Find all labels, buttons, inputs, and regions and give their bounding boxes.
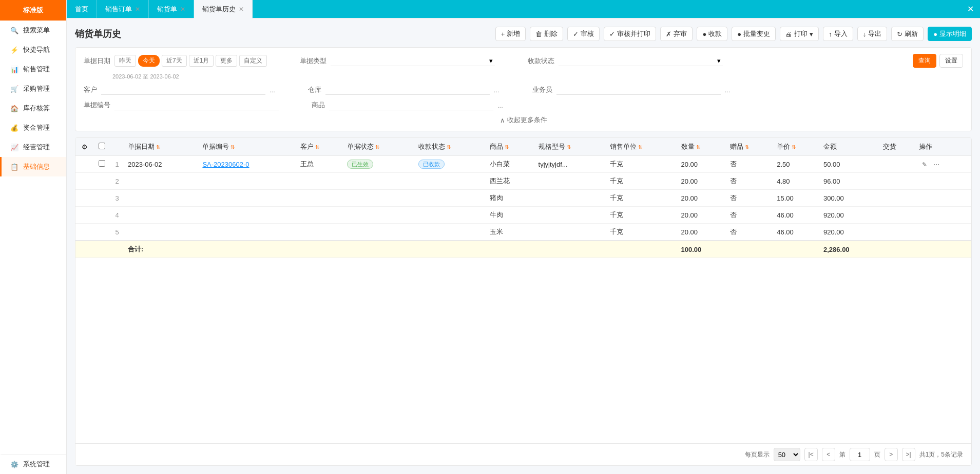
sidebar-item-purchase-mgmt[interactable]: 🛒 采购管理 bbox=[0, 79, 66, 98]
tab-bar-close[interactable]: ✕ bbox=[961, 4, 980, 14]
doc-type-dropdown[interactable]: ▾ bbox=[331, 56, 495, 66]
details-icon: ● bbox=[933, 30, 937, 38]
delete-icon: 🗑 bbox=[535, 30, 542, 38]
th-qty[interactable]: 数量 ⇅ bbox=[678, 138, 727, 156]
collect-button[interactable]: ● 收款 bbox=[697, 27, 727, 41]
tab-close-sales-goods[interactable]: ✕ bbox=[180, 6, 185, 13]
sidebar-item-inventory[interactable]: 🏠 库存核算 bbox=[0, 98, 66, 118]
summary-total-qty: 100.00 bbox=[678, 241, 727, 258]
date-btn-today[interactable]: 今天 bbox=[138, 55, 160, 67]
th-price[interactable]: 单价 ⇅ bbox=[774, 138, 820, 156]
row-trade bbox=[880, 173, 916, 190]
row-pay-status bbox=[415, 207, 487, 224]
sort-pay-icon: ⇅ bbox=[447, 144, 451, 150]
row-trade bbox=[880, 224, 916, 241]
tab-sales-goods[interactable]: 销货单 ✕ bbox=[149, 0, 194, 18]
export-button[interactable]: ↓ 导出 bbox=[857, 27, 888, 41]
th-doc-no[interactable]: 单据编号 ⇅ bbox=[199, 138, 297, 156]
row-goods: 西兰花 bbox=[487, 173, 535, 190]
goods-dots[interactable]: ... bbox=[497, 102, 503, 109]
row-doc-status bbox=[344, 190, 415, 207]
customer-input[interactable] bbox=[101, 85, 265, 95]
page-word-label: 第 bbox=[839, 450, 846, 459]
sidebar-item-operations[interactable]: 📈 经营管理 bbox=[0, 137, 66, 157]
date-btn-custom[interactable]: 自定义 bbox=[239, 55, 267, 67]
page-first-btn[interactable]: |< bbox=[804, 448, 818, 461]
row-checkbox[interactable] bbox=[94, 190, 109, 207]
filter-doc-no: 单据编号 bbox=[84, 100, 279, 110]
collapse-up-icon: ∧ bbox=[500, 116, 505, 124]
abandon-button[interactable]: ✗ 弃审 bbox=[660, 27, 693, 41]
page-label: 页 bbox=[874, 450, 880, 459]
query-button[interactable]: 查询 bbox=[913, 54, 936, 68]
page-prev-btn[interactable]: < bbox=[822, 448, 835, 461]
plus-icon: + bbox=[501, 30, 505, 38]
add-button[interactable]: + 新增 bbox=[495, 27, 526, 41]
th-pay-status[interactable]: 收款状态 ⇅ bbox=[415, 138, 487, 156]
date-btn-7days[interactable]: 近7天 bbox=[162, 55, 187, 67]
sidebar-item-system[interactable]: ⚙️ 系统管理 bbox=[0, 454, 66, 474]
page-last-btn[interactable]: >| bbox=[902, 448, 915, 461]
th-spec[interactable]: 规格型号 ⇅ bbox=[535, 138, 607, 156]
th-checkbox bbox=[94, 138, 109, 156]
page-number-input[interactable] bbox=[850, 448, 870, 461]
th-unit[interactable]: 销售单位 ⇅ bbox=[607, 138, 678, 156]
sidebar-item-quick-nav[interactable]: ⚡ 快捷导航 bbox=[0, 40, 66, 60]
date-btn-more[interactable]: 更多 bbox=[216, 55, 237, 67]
row-actions bbox=[916, 190, 971, 207]
date-btn-1month[interactable]: 近1月 bbox=[189, 55, 214, 67]
row-gift: 否 bbox=[727, 207, 774, 224]
review-button[interactable]: ✓ 审核 bbox=[567, 27, 600, 41]
delete-button[interactable]: 🗑 删除 bbox=[530, 27, 563, 41]
sidebar-item-search[interactable]: 🔍 搜索菜单 bbox=[0, 21, 66, 40]
collapse-btn[interactable]: ∧ 收起更多条件 bbox=[84, 115, 963, 125]
pay-status-dropdown[interactable]: ▾ bbox=[559, 56, 723, 66]
sidebar-item-sales-mgmt[interactable]: 📊 销售管理 bbox=[0, 60, 66, 79]
row-checkbox[interactable] bbox=[94, 207, 109, 224]
th-doc-status[interactable]: 单据状态 ⇅ bbox=[344, 138, 415, 156]
staff-input[interactable] bbox=[556, 85, 721, 95]
th-customer[interactable]: 客户 ⇅ bbox=[297, 138, 344, 156]
pay-status-badge: 已收款 bbox=[418, 160, 445, 169]
edit-action[interactable]: ✎ bbox=[919, 160, 930, 169]
date-btn-yesterday[interactable]: 昨天 bbox=[114, 55, 136, 67]
settings-button[interactable]: 设置 bbox=[939, 54, 963, 68]
refresh-button[interactable]: ↻ 刷新 bbox=[891, 27, 924, 41]
sort-no-icon: ⇅ bbox=[230, 144, 235, 150]
more-action[interactable]: ⋯ bbox=[930, 160, 943, 169]
review-print-button[interactable]: ✓ 审核并打印 bbox=[604, 27, 656, 41]
sidebar-item-basic-info[interactable]: 📋 基础信息 bbox=[0, 157, 66, 176]
tab-sales-order[interactable]: 销售订单 ✕ bbox=[97, 0, 149, 18]
row-checkbox[interactable] bbox=[94, 173, 109, 190]
warehouse-dots[interactable]: ... bbox=[494, 86, 499, 94]
th-gift[interactable]: 赠品 ⇅ bbox=[727, 138, 774, 156]
staff-dots[interactable]: ... bbox=[725, 86, 731, 94]
select-all-checkbox[interactable] bbox=[99, 143, 105, 149]
filter-warehouse: 仓库 ... bbox=[308, 85, 499, 95]
tab-close-sales-order[interactable]: ✕ bbox=[135, 6, 140, 13]
batch-change-button[interactable]: ● 批量变更 bbox=[732, 27, 776, 41]
import-button[interactable]: ↑ 导入 bbox=[823, 27, 853, 41]
per-page-select[interactable]: 50 100 200 bbox=[774, 448, 800, 461]
show-details-button[interactable]: ● 显示明细 bbox=[928, 27, 972, 41]
th-gear[interactable]: ⚙ bbox=[75, 138, 94, 156]
row-checkbox[interactable] bbox=[94, 224, 109, 241]
filter-row-3: 单据编号 商品 ... bbox=[84, 100, 963, 110]
th-doc-date[interactable]: 单据日期 ⇅ bbox=[125, 138, 199, 156]
tab-sales-history[interactable]: 销货单历史 ✕ bbox=[194, 0, 253, 18]
row-checkbox[interactable] bbox=[94, 156, 109, 173]
tab-close-sales-history[interactable]: ✕ bbox=[239, 6, 244, 13]
goods-input[interactable] bbox=[329, 100, 493, 110]
th-goods[interactable]: 商品 ⇅ bbox=[487, 138, 535, 156]
print-button[interactable]: 🖨 打印 ▾ bbox=[780, 27, 819, 41]
row-doc-no bbox=[199, 224, 297, 241]
doc-no-input[interactable] bbox=[114, 100, 279, 110]
doc-no-link[interactable]: SA-20230602-0 bbox=[202, 161, 249, 168]
row-num: 3 bbox=[109, 190, 125, 207]
page-next-btn[interactable]: > bbox=[885, 448, 898, 461]
date-range-btns: 昨天 今天 近7天 近1月 更多 自定义 bbox=[114, 55, 267, 67]
customer-dots[interactable]: ... bbox=[270, 86, 275, 94]
sidebar-item-finance[interactable]: 💰 资金管理 bbox=[0, 118, 66, 137]
tab-home[interactable]: 首页 bbox=[67, 0, 97, 18]
warehouse-input[interactable] bbox=[325, 85, 490, 95]
